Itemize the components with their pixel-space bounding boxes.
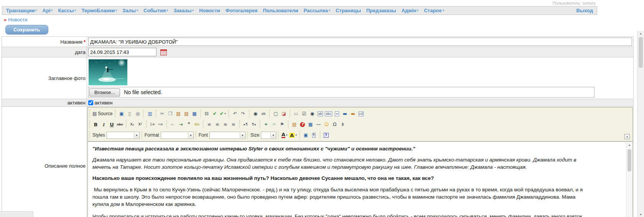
calendar-icon[interactable] xyxy=(160,49,167,55)
font-select[interactable]: ▾ xyxy=(209,132,245,139)
about-button[interactable]: ? xyxy=(323,132,330,139)
subscript-button[interactable]: X₂ xyxy=(128,121,136,128)
redo-button[interactable]: ↷ xyxy=(239,110,247,117)
menu-item-zakazy[interactable]: Заказы» xyxy=(173,7,194,14)
horizontal-rule-button[interactable]: — xyxy=(315,121,322,128)
justify-right-button[interactable]: ≡ xyxy=(222,121,229,128)
table-button[interactable]: ▦ xyxy=(307,121,314,128)
text-color-button[interactable]: A▾ xyxy=(281,132,288,139)
copy-button[interactable]: ❐ xyxy=(166,110,174,117)
superscript-button[interactable]: X² xyxy=(137,121,144,128)
description-row: Описание полное ▤Source▣▯◎▥✂❐▨▧▦⊟✔✔▾↶↷◉a… xyxy=(2,107,634,217)
menu-item-termoblanki[interactable]: ТермоБланки» xyxy=(81,7,117,14)
menu-item-stranitsy[interactable]: Страницы xyxy=(336,8,361,14)
cut-button[interactable]: ✂ xyxy=(158,110,166,117)
maximize-button[interactable]: ▣ xyxy=(302,132,310,139)
div-container-button[interactable]: div xyxy=(193,121,201,128)
page-break-button[interactable]: ⇟ xyxy=(339,121,346,128)
background-color-button[interactable]: A▾ xyxy=(289,132,297,139)
special-char-icon: Ω xyxy=(333,122,336,127)
menu-item-sobytiya[interactable]: События» xyxy=(143,7,168,14)
new-page-button[interactable]: ▯ xyxy=(126,110,133,117)
bulleted-list-button[interactable]: •≡ xyxy=(157,121,164,128)
anchor-button[interactable]: ⚑ xyxy=(278,121,286,128)
format-select[interactable]: ▾ xyxy=(161,132,194,139)
text-field-button[interactable]: ab xyxy=(316,110,324,117)
menu-item-zaly[interactable]: Залы» xyxy=(122,7,138,14)
menu-item-novosti[interactable]: Новости xyxy=(199,8,220,14)
menu-item-api[interactable]: Api» xyxy=(43,7,53,14)
menu-item-predzakazy[interactable]: Предзаказы xyxy=(366,8,396,14)
strike-through-button[interactable]: abc xyxy=(116,121,124,128)
file-input[interactable]: Browse... No file selected. xyxy=(88,87,595,98)
image-button-button[interactable]: ▬ xyxy=(349,110,357,117)
bidi-ltr-button[interactable]: ▸¶ xyxy=(242,121,249,128)
editor-scroll-up-icon[interactable]: ▲ xyxy=(628,142,631,147)
scayt-button[interactable]: ✔▾ xyxy=(219,110,226,117)
preview-icon: ◎ xyxy=(136,111,140,116)
find-button[interactable]: ◉ xyxy=(252,110,259,117)
active-checkbox[interactable] xyxy=(88,100,93,105)
numbered-list-button[interactable]: 1≡ xyxy=(149,121,156,128)
bold-button[interactable]: B xyxy=(92,121,99,128)
menu-item-rassylka[interactable]: Рассылка» xyxy=(304,7,330,14)
image-button[interactable]: ▧ xyxy=(291,121,298,128)
menu-item-staroe[interactable]: Старое» xyxy=(424,7,444,14)
menu-item-transactions[interactable]: Транзакции» xyxy=(6,7,37,14)
select-all-button[interactable]: ▢ xyxy=(272,110,279,117)
radio-button-button[interactable]: ◉ xyxy=(308,110,316,117)
toolbar-collapse-button[interactable]: ▴ xyxy=(624,134,630,139)
name-input[interactable] xyxy=(88,38,632,46)
templates-button[interactable]: ▥ xyxy=(146,110,153,117)
special-char-button[interactable]: Ω xyxy=(331,121,338,128)
undo-button[interactable]: ↶ xyxy=(231,110,239,117)
menu-item-admin[interactable]: Адмін» xyxy=(402,7,419,14)
page-scrollbar-thumb[interactable] xyxy=(639,37,643,68)
editor-content[interactable]: "Известная певица рассказала в эксклюзив… xyxy=(88,141,632,217)
menu-item-fotogalereya[interactable]: Фотогалерея xyxy=(226,8,258,14)
form-button-button[interactable]: ▬ xyxy=(341,110,349,117)
breadcrumb-link[interactable]: Новости xyxy=(8,17,27,23)
browse-button[interactable]: Browse... xyxy=(89,88,120,96)
editor-scrollbar-thumb[interactable] xyxy=(628,149,631,171)
hidden-field-button[interactable]: cd xyxy=(357,110,365,117)
justify-center-icon: ≡ xyxy=(215,122,219,127)
remove-format-button[interactable]: ◪ xyxy=(280,110,287,117)
show-blocks-button[interactable]: ¶ xyxy=(310,132,318,139)
save-button[interactable]: Сохранить xyxy=(5,25,48,34)
increase-indent-button[interactable]: ⇥ xyxy=(177,121,184,128)
link-button[interactable]: ⚭ xyxy=(262,121,270,128)
page-scroll-down-icon[interactable]: ▼ xyxy=(639,212,642,217)
italic-button[interactable]: I xyxy=(100,121,107,128)
source-button[interactable]: ▤Source xyxy=(92,110,113,117)
menu-item-polzovateli[interactable]: Пользователи xyxy=(263,8,298,14)
justify-center-button[interactable]: ≡ xyxy=(214,121,221,128)
size-select[interactable]: ▾ xyxy=(261,132,276,139)
justify-left-button[interactable]: ≡ xyxy=(206,121,213,128)
justify-block-button[interactable]: ≡ xyxy=(230,121,237,128)
flash-button[interactable]: f xyxy=(299,121,306,128)
paste-text-button[interactable]: ▧ xyxy=(183,110,190,117)
bidi-rtl-button[interactable]: ¶◂ xyxy=(250,121,257,128)
menu-item-kassy[interactable]: Кассы» xyxy=(58,7,76,14)
editor-scrollbar[interactable]: ▲ ▼ xyxy=(626,142,632,217)
form-button[interactable]: ▭ xyxy=(292,110,300,117)
print-button[interactable]: ⊟ xyxy=(203,110,210,117)
blockquote-button[interactable]: ❞ xyxy=(185,121,193,128)
textarea-button[interactable]: abc xyxy=(324,110,332,117)
paste-button[interactable]: ▨ xyxy=(175,110,182,117)
spell-check-button[interactable]: ✔ xyxy=(211,110,218,117)
date-input[interactable] xyxy=(88,48,156,56)
checkbox-button[interactable]: ☑ xyxy=(300,110,308,117)
replace-button[interactable]: ab xyxy=(260,110,267,117)
save-button[interactable]: ▣ xyxy=(118,110,125,117)
preview-button[interactable]: ◎ xyxy=(134,110,141,117)
page-scrollbar[interactable]: ▲ ▼ xyxy=(637,31,644,217)
paste-from-word-button[interactable]: ▦ xyxy=(191,110,198,117)
logout-link[interactable]: Выход xyxy=(576,8,593,14)
styles-select[interactable]: ▾ xyxy=(107,132,140,139)
smiley-button[interactable]: ☺ xyxy=(323,121,330,128)
select-field-button[interactable]: ≡ xyxy=(333,110,341,117)
underline-button[interactable]: U xyxy=(108,121,115,128)
page-scroll-up-icon[interactable]: ▲ xyxy=(639,31,642,36)
